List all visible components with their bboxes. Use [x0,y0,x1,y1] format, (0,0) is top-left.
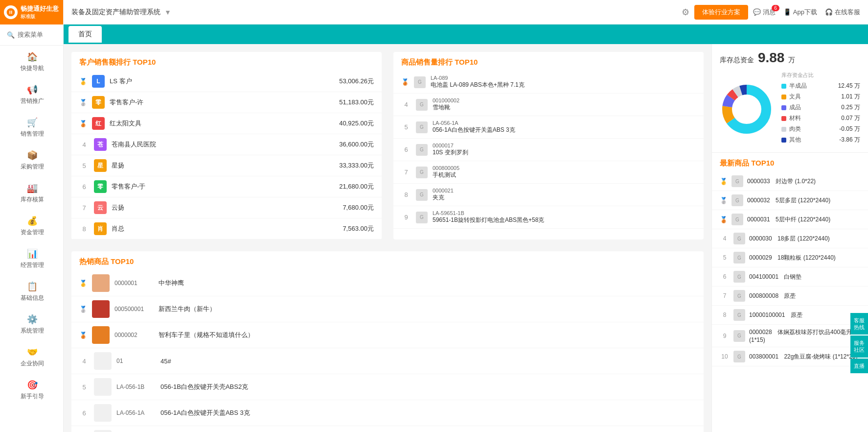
list-item: 5 G 0000029 18颗粒板 (1220*2440) [712,248,868,267]
sidebar-search-area[interactable]: 🔍 搜索菜单 [0,24,63,46]
search-icon: 🔍 [7,31,15,39]
content-area: 客户销售额排行 TOP10 🥇 L LS 客户 53,006.26元 🥈 零 [64,44,868,432]
product-thumb: G [416,121,428,133]
sidebar-item-basic-info[interactable]: 📋 基础信息 [0,275,63,308]
list-item: 10 G 003800001 22g鱼豆腐-烧烤味 (1*12*20) [712,347,868,366]
tab-home[interactable]: 首页 [69,26,102,43]
sidebar-item-marketing[interactable]: 📢 营销推广 [0,78,63,111]
search-menu-button[interactable]: 🔍 搜索菜单 [4,28,59,41]
list-item: 4 G 0000030 18多层 (1220*2440) [712,229,868,248]
list-item: 4 01 45# [71,348,704,374]
mobile-icon: 📱 [783,8,791,16]
legend-color-dot [781,116,786,121]
table-row: 🥉 G LA-089 电池盖 LA-089 ABS本色+黑种 7.1克 [393,71,704,94]
avatar: 肖 [94,222,107,235]
inventory-section: 库存总资金 9.88 万 [712,44,868,153]
service-community-button[interactable]: 服务 社区 [850,336,868,358]
table-row: 9 G LA-59651-1B 59651-1B旋转投影灯电池盒ABS黑色+58… [393,206,704,229]
medal-icon: 🥉 [401,78,409,86]
table-row: 5 G LA-056-1A 056-1A白色按键开关盖ABS 3克 [393,116,704,139]
legend-item: 其他 -3.86 万 [781,136,860,144]
inventory-total: 库存总资金 9.88 万 [720,50,860,66]
sidebar-item-guide[interactable]: 🎯 新手引导 [0,374,63,407]
product-thumb [92,326,110,344]
table-row: 8 肖 肖总 7,563.00元 [71,218,382,240]
medal-icon: 🥇 [720,178,728,185]
product-thumb: G [416,144,428,156]
right-panel: 库存总资金 9.88 万 [711,44,868,432]
message-icon: 💬 [753,8,761,16]
legend-color-dot [781,95,786,99]
sidebar-item-purchase[interactable]: 📦 采购管理 [0,144,63,177]
inventory-legend: 库存资金占比 半成品 12.45 万 文具 1.01 万 [781,72,860,146]
table-row: 4 苍 苍南县人民医院 36,600.00元 [71,134,382,155]
avatar: L [92,75,105,88]
table-row: 6 G 0000017 10S 变刹罗刹 [393,139,704,161]
sidebar-header: 畅捷通好生意 标准版 [0,0,63,24]
list-item: 🥈 000500001 新西兰牛肉（新牛） [71,296,704,322]
list-item: 🥉 0000002 智利车子里（规格不知道填什么） [71,322,704,348]
new-products-title: 最新商品 TOP10 [712,153,868,172]
avatar: 星 [94,159,107,172]
customer-service-button[interactable]: 客服 热线 [850,313,868,335]
sidebar-item-inventory[interactable]: 🏭 库存核算 [0,177,63,210]
settings-icon: ⚙️ [27,314,38,325]
customer-ranking-list: 🥇 L LS 客户 53,006.26元 🥈 零 零售客户-许 51,183.0… [71,71,382,240]
app-download-button[interactable]: 📱 App下载 [783,8,817,17]
list-item: 🥇 0000001 中华神鹰 [71,270,704,296]
medal-icon: 🥉 [79,332,87,339]
product-thumb [94,404,112,422]
list-item: 7 NB2.0X30B 2.0X30MM双搓花轴,搓花直径2.1MM/ROHS [71,426,704,432]
cart-icon: 🛒 [27,117,38,128]
sidebar-item-quick-nav[interactable]: 🏠 快捷导航 [0,46,63,78]
hot-products-section: 热销商品 TOP10 🥇 0000001 中华神鹰 🥈 000500001 [71,251,704,432]
legend-item: 半成品 12.45 万 [781,82,860,90]
product-ranking-list: 🥉 G LA-089 电池盖 LA-089 ABS本色+黑种 7.1克 4 G [393,71,704,229]
table-row: 🥇 L LS 客户 53,006.26元 [71,71,382,92]
sidebar-item-cooperation[interactable]: 🤝 企业协同 [0,341,63,374]
donut-chart [720,82,774,136]
new-products-list: 🥇 G 0000033 封边带 (1.0*22) 🥈 G 0000032 5层多… [712,172,868,366]
live-stream-button[interactable]: 直播 [850,359,868,373]
sidebar-item-sales[interactable]: 🛒 销售管理 [0,111,63,144]
table-row: 7 G 000800005 手机测试 [393,161,704,184]
product-thumb: G [733,330,745,342]
avatar: 云 [94,201,107,214]
tabbar: 首页 [64,24,868,44]
table-row: 6 零 零售客户-于 21,680.00元 [71,176,382,197]
table-row: 7 云 云扬 7,680.00元 [71,197,382,218]
product-thumb: G [416,212,428,223]
medal-icon: 🥈 [79,306,87,313]
customer-ranking-title: 客户销售额排行 TOP10 [71,52,382,71]
sidebar-item-system[interactable]: ⚙️ 系统管理 [0,308,63,341]
svg-point-7 [733,96,760,123]
main-area: 装备及固定资产辅助管理系统 ▼ ⚙ 体验行业方案 💬 消息 6 📱 App下载 … [64,0,868,432]
online-service-button[interactable]: 🎧 在线客服 [825,8,860,17]
table-row: 🥈 零 零售客户-许 51,183.00元 [71,92,382,113]
avatar: 红 [92,117,105,130]
medal-icon: 🥈 [79,99,87,106]
trial-button[interactable]: 体验行业方案 [694,5,748,20]
topbar-right: 💬 消息 6 📱 App下载 🎧 在线客服 [753,8,860,17]
list-item: 5 LA-056-1B 056-1B白色按键开关壳ABS2克 [71,374,704,400]
list-item: 6 G 004100001 白钢垫 [712,267,868,287]
settings-gear-icon[interactable]: ⚙ [682,7,689,18]
product-thumb [92,274,110,292]
topbar: 装备及固定资产辅助管理系统 ▼ ⚙ 体验行业方案 💬 消息 6 📱 App下载 … [64,0,868,24]
product-thumb [92,300,110,318]
chevron-down-icon: ▼ [164,8,171,16]
legend-item: 成品 0.25 万 [781,103,860,112]
list-item: 🥈 G 0000032 5层多层 (1220*2440) [712,191,868,210]
message-button[interactable]: 💬 消息 6 [753,8,776,17]
product-thumb: G [733,233,745,244]
new-products-section: 最新商品 TOP10 🥇 G 0000033 封边带 (1.0*22) 🥈 G [712,153,868,366]
sidebar-item-operations[interactable]: 📊 经营管理 [0,242,63,275]
clipboard-icon: 📋 [27,281,38,292]
medal-icon: 🥇 [79,78,87,85]
sidebar-item-finance[interactable]: 💰 资金管理 [0,210,63,242]
medal-icon: 🥉 [79,120,87,127]
product-thumb: G [733,309,745,321]
handshake-icon: 🤝 [27,347,38,358]
megaphone-icon: 📢 [27,84,38,95]
legend-item: 材料 0.07 万 [781,114,860,122]
